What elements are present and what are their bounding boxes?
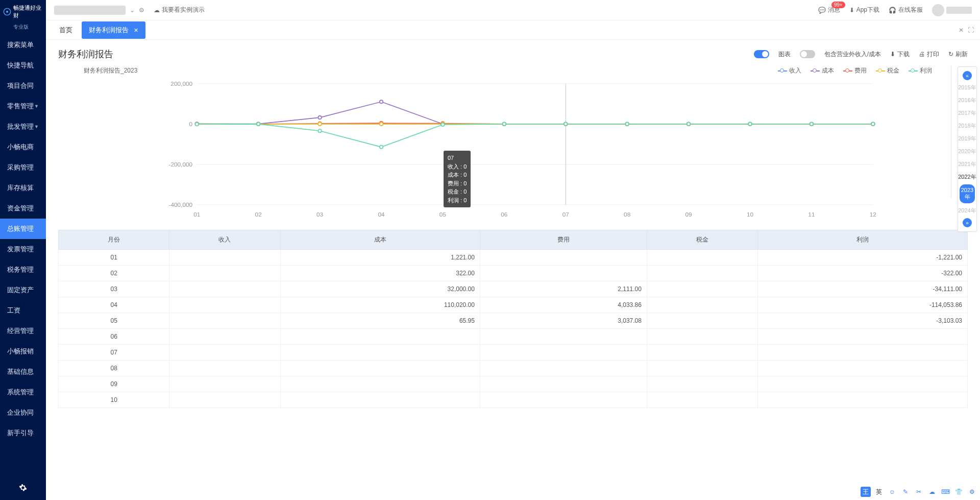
nav-item[interactable]: 基础信息 [0, 362, 46, 382]
svg-point-76 [503, 123, 506, 126]
year-item[interactable]: 2017年 [958, 107, 976, 120]
year-item[interactable]: 2016年 [958, 94, 976, 107]
nav-item[interactable]: 资金管理 [0, 198, 46, 219]
nav-item[interactable]: 总账管理 [0, 219, 46, 239]
ime-emoji-icon[interactable]: ☺ [887, 487, 897, 497]
ime-lang-icon[interactable]: 英 [874, 487, 884, 497]
legend-item[interactable]: .legend-mark[style*="#9270ca"]::before{b… [811, 66, 834, 75]
extra-toggle[interactable] [800, 50, 815, 58]
table-row: 011,221.00-1,221.00 [59, 250, 968, 266]
service-button[interactable]: 🎧 在线客服 [889, 6, 923, 14]
ime-edit-icon[interactable]: ✎ [900, 487, 911, 497]
demo-link[interactable]: ☁ 我要看实例演示 [154, 6, 205, 14]
settings-button[interactable] [0, 478, 46, 500]
nav-item[interactable]: 库存核算 [0, 178, 46, 198]
refresh-icon: ↻ [948, 51, 953, 58]
nav-item[interactable]: 采购管理 [0, 157, 46, 178]
download-button[interactable]: ⬇下载 [890, 50, 910, 59]
year-item[interactable]: 2024年 [958, 204, 976, 217]
refresh-button[interactable]: ↻刷新 [948, 50, 968, 59]
nav-item[interactable]: 发票管理 [0, 239, 46, 259]
table-header: 成本 [280, 230, 480, 250]
data-table: 月份收入成本费用税金利润 011,221.00-1,221.0002322.00… [58, 230, 968, 408]
nav-item[interactable]: 新手引导 [0, 423, 46, 443]
legend-item[interactable]: .legend-mark[style*="#5b8ff9"]::before{b… [778, 66, 801, 75]
table-row: 02322.00-322.00 [59, 266, 968, 281]
nav-item[interactable]: 批发管理▼ [0, 116, 46, 137]
table-row: 04110,020.004,033.86-114,053.86 [59, 297, 968, 313]
nav-item[interactable]: 搜索菜单 [0, 35, 46, 55]
svg-point-72 [257, 123, 260, 126]
svg-point-78 [625, 123, 628, 126]
brand-name: 畅捷通好业财 [13, 4, 43, 19]
svg-point-62 [380, 123, 383, 126]
nav-item[interactable]: 工资 [0, 300, 46, 321]
svg-point-75 [441, 123, 444, 126]
svg-text:01: 01 [193, 211, 200, 218]
table-header: 收入 [169, 230, 280, 250]
fullscreen-icon[interactable]: ⛶ [968, 27, 974, 34]
year-item[interactable]: 2023年 [960, 184, 975, 203]
close-all-icon[interactable]: ✕ [959, 27, 964, 34]
table-row: 0565.953,037.08-3,103.03 [59, 313, 968, 329]
nav-item[interactable]: 经营管理 [0, 321, 46, 341]
tab-current[interactable]: 财务利润报告 ✕ [82, 21, 145, 39]
topbar: ⌄ ⚙ ☁ 我要看实例演示 💬 消息 99+ ⬇ App下载 🎧 [46, 0, 980, 20]
year-up-button[interactable]: « [963, 71, 972, 80]
year-selector: « 2015年2016年2017年2018年2019年2020年2021年202… [958, 66, 977, 232]
year-item[interactable]: 2015年 [958, 81, 976, 94]
ime-main-icon[interactable]: 王 [861, 487, 871, 497]
svg-text:05: 05 [439, 211, 447, 218]
service-label: 在线客服 [898, 6, 923, 14]
messages-button[interactable]: 💬 消息 99+ [818, 6, 840, 14]
ime-bar: 王 英 ☺ ✎ ✂ ☁ ⌨ 👕 ⚙ [861, 487, 977, 497]
year-item[interactable]: 2022年 [958, 171, 976, 183]
nav-item[interactable]: 小畅电商 [0, 137, 46, 157]
table-row: 08 [59, 361, 968, 376]
ime-keyboard-icon[interactable]: ⌨ [940, 487, 950, 497]
close-icon[interactable]: ✕ [134, 27, 138, 33]
user-name-placeholder [946, 7, 972, 14]
ime-scissors-icon[interactable]: ✂ [914, 487, 924, 497]
ime-settings-icon[interactable]: ⚙ [967, 487, 977, 497]
nav-item[interactable]: 固定资产 [0, 280, 46, 300]
gear-icon[interactable]: ⚙ [139, 7, 144, 14]
year-item[interactable]: 2019年 [958, 132, 976, 145]
nav-item[interactable]: 小畅报销 [0, 341, 46, 362]
svg-point-38 [380, 100, 383, 103]
nav-item[interactable]: 系统管理 [0, 382, 46, 402]
nav-item[interactable]: 零售管理▼ [0, 96, 46, 116]
user-menu[interactable] [932, 4, 972, 16]
svg-text:04: 04 [378, 211, 385, 218]
main-area: ⌄ ⚙ ☁ 我要看实例演示 💬 消息 99+ ⬇ App下载 🎧 [46, 0, 980, 500]
nav-item[interactable]: 快捷导航 [0, 55, 46, 76]
year-item[interactable]: 2018年 [958, 120, 976, 132]
chevron-down-icon: ⌄ [130, 7, 135, 14]
app-download-button[interactable]: ⬇ App下载 [849, 6, 879, 14]
org-selector[interactable]: ⌄ ⚙ [54, 6, 144, 15]
nav-item[interactable]: 税务管理 [0, 259, 46, 280]
ime-cloud-icon[interactable]: ☁ [927, 487, 937, 497]
svg-point-1 [6, 11, 8, 13]
print-button[interactable]: 🖨打印 [919, 50, 939, 59]
nav-item[interactable]: 项目合同 [0, 76, 46, 96]
table-header: 费用 [480, 230, 647, 250]
svg-text:08: 08 [624, 211, 631, 218]
svg-text:-200,000: -200,000 [168, 161, 192, 168]
svg-text:02: 02 [255, 211, 262, 218]
legend-item[interactable]: .legend-mark[style*="#5ad8a6"]::before{b… [909, 66, 932, 75]
svg-point-80 [748, 123, 751, 126]
ime-tshirt-icon[interactable]: 👕 [953, 487, 964, 497]
legend-item[interactable]: .legend-mark[style*="#e8684a"]::before{b… [843, 66, 867, 75]
legend-item[interactable]: .legend-mark[style*="#f6bd16"]::before{b… [876, 66, 899, 75]
nav-item[interactable]: 企业协同 [0, 402, 46, 423]
year-down-button[interactable]: » [963, 218, 972, 227]
tab-bar: 首页 财务利润报告 ✕ ✕ ⛶ [46, 20, 980, 40]
year-item[interactable]: 2020年 [958, 145, 976, 158]
demo-label: 我要看实例演示 [162, 6, 205, 14]
svg-point-74 [380, 146, 383, 149]
year-item[interactable]: 2021年 [958, 158, 976, 171]
line-chart[interactable]: -400,000-200,0000200,0000102030405060708… [58, 78, 968, 221]
tab-home[interactable]: 首页 [52, 21, 80, 39]
chart-toggle[interactable] [754, 50, 769, 58]
